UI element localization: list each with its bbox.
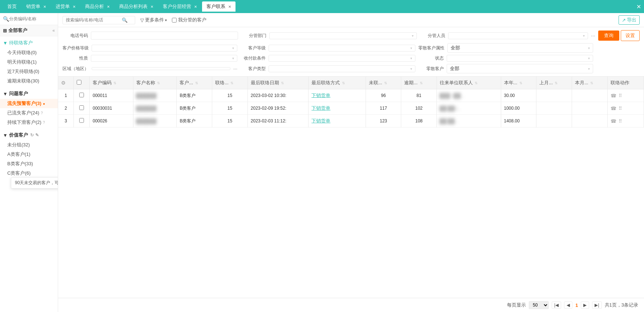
nav-tab-purchase[interactable]: 进货单 ✕ — [51, 1, 80, 12]
td-action[interactable]: ☎ ⠿ — [607, 102, 644, 115]
nav-tab-product-analysis[interactable]: 商品分析 ✕ — [81, 1, 114, 12]
sidebar-item-declining[interactable]: 持续下滑客户(2) ? — [0, 118, 58, 127]
nav-tab-sales[interactable]: 销货单 ✕ — [22, 1, 51, 12]
sidebar-group-problem-label[interactable]: ▼ 问题客户 — [0, 89, 58, 99]
td-last-method[interactable]: 下销货单 — [309, 115, 366, 127]
th-no-contact[interactable]: 未联... ⇅ — [366, 77, 401, 89]
close-all-button[interactable]: ✕ — [636, 3, 641, 10]
th-last-month[interactable]: 上月... ⇅ — [536, 77, 572, 89]
next-page-btn[interactable]: ▶ — [581, 301, 589, 309]
query-btn[interactable]: 查询 — [598, 31, 619, 41]
sidebar-item-churned[interactable]: 已流失客户(24) ? — [0, 108, 58, 118]
th-grade[interactable]: 客户... ⇅ — [177, 77, 212, 89]
person-select[interactable]: ▾ — [448, 32, 588, 39]
sidebar-collapse-btn[interactable]: « — [52, 28, 55, 33]
nature-select[interactable]: ▾ — [91, 55, 237, 62]
chevron-down-icon-price: ▾ — [232, 46, 234, 50]
td-action[interactable]: ☎ ⠿ — [607, 89, 644, 102]
dept-select[interactable]: ▾ — [269, 32, 416, 39]
th-name[interactable]: 客户名称 ⇅ — [133, 77, 177, 89]
region-label: 区域（地区） — [63, 66, 89, 72]
select-all-checkbox[interactable] — [77, 80, 81, 85]
sidebar-item-churn-warning[interactable]: 流失预警客户(3) ● — [0, 99, 58, 108]
td-checkbox[interactable] — [74, 102, 90, 115]
payment-select[interactable]: ▾ — [269, 55, 415, 62]
person-dots[interactable]: ··· — [591, 33, 595, 39]
settings-icon[interactable]: ⚙ — [61, 80, 66, 86]
nav-home[interactable]: 首页 — [3, 1, 21, 12]
export-btn[interactable]: ↗ 导出 — [619, 15, 640, 25]
status-select[interactable]: ▾ — [447, 55, 593, 62]
more-conditions-btn[interactable]: ▽ 更多条件 ▾ — [138, 16, 169, 24]
th-last-method[interactable]: 最后联络方式 ⇅ — [309, 77, 366, 89]
th-this-month[interactable]: 本月... ⇅ — [572, 77, 607, 89]
sidebar-item-ungrouped[interactable]: 未分组(32) — [0, 140, 58, 150]
my-customers-checkbox[interactable] — [172, 18, 177, 23]
sidebar-item-class-a[interactable]: A类客户(1) — [0, 150, 58, 159]
th-this-year[interactable]: 本年... ⇅ — [501, 77, 536, 89]
region-dots[interactable]: ··· — [233, 66, 238, 72]
sidebar-item-tomorrow[interactable]: 明天待联络(1) — [0, 57, 58, 67]
sort-icon-no-contact: ⇅ — [384, 81, 387, 85]
th-contact-count[interactable]: 联络... ⇅ — [212, 77, 248, 89]
td-this-year: 1408.00 — [501, 115, 536, 127]
sidebar-item-class-c[interactable]: C类客户(6) — [0, 169, 58, 178]
filter-field-status: 状态 ▾ — [418, 55, 593, 62]
per-page-select[interactable]: 50 100 — [529, 301, 549, 309]
content-area: 🔍 ▽ 更多条件 ▾ 我分管的客户 ↗ 导出 — [58, 13, 644, 312]
td-contact-person: ██ ██... — [437, 115, 501, 127]
setting-btn[interactable]: 设置 — [621, 30, 640, 41]
nav-tab-product-list-close[interactable]: ✕ — [150, 5, 153, 9]
nav-tab-product-list[interactable]: 商品分析列表 ✕ — [115, 1, 158, 12]
retail-attr-select[interactable]: 全部 ▾ — [447, 43, 593, 53]
sidebar-search-input[interactable] — [9, 16, 58, 21]
action-phone-icon[interactable]: ☎ — [611, 93, 616, 98]
sidebar-item-7days[interactable]: 近7天待联络(0) — [0, 67, 58, 76]
retail-customer-select[interactable]: 全部 ▾ — [447, 64, 593, 73]
action-more-icon[interactable]: ⠿ — [619, 118, 622, 124]
action-more-icon[interactable]: ⠿ — [619, 93, 622, 98]
sidebar-item-today[interactable]: 今天待联络(0) — [0, 48, 58, 57]
td-action[interactable]: ☎ ⠿ — [607, 115, 644, 127]
sidebar-item-overdue-contact[interactable]: 逾期未联络(30) — [0, 76, 58, 86]
filter-action-1: 查询 设置 — [598, 30, 640, 41]
th-contact-person[interactable]: 往来单位联系人 ⇅ — [437, 77, 501, 89]
td-last-method[interactable]: 下销货单 — [309, 89, 366, 102]
th-code[interactable]: 客户编码 ⇅ — [90, 77, 133, 89]
first-page-btn[interactable]: |◀ — [552, 301, 561, 309]
region-select[interactable] — [92, 67, 230, 70]
prev-page-btn[interactable]: ◀ — [564, 301, 572, 309]
edit-icon-value[interactable]: ✎ — [35, 133, 39, 138]
td-checkbox[interactable] — [74, 89, 90, 102]
refresh-icon-value[interactable]: ↻ — [30, 133, 34, 138]
phone-input[interactable] — [91, 32, 238, 40]
nav-tab-customer-contact[interactable]: 客户联系 ✕ — [202, 1, 236, 12]
action-more-icon[interactable]: ⠿ — [619, 106, 622, 111]
nav-tab-purchase-close[interactable]: ✕ — [73, 5, 76, 9]
last-page-btn[interactable]: ▶| — [592, 301, 601, 309]
nav-tab-customer-contact-close[interactable]: ✕ — [228, 5, 231, 9]
chevron-down-icon-type: ▾ — [410, 67, 412, 71]
my-customers-filter[interactable]: 我分管的客户 — [172, 17, 206, 23]
td-last-method[interactable]: 下销货单 — [309, 102, 366, 115]
price-grade-select[interactable]: ▾ — [92, 45, 237, 52]
action-phone-icon[interactable]: ☎ — [611, 118, 616, 124]
search-box[interactable]: 🔍 — [63, 16, 135, 24]
th-last-date[interactable]: 最后联络日期 ⇅ — [247, 77, 308, 89]
search-input[interactable] — [66, 17, 120, 23]
sidebar-item-class-b[interactable]: B类客户(33) — [0, 159, 58, 169]
nav-tab-product-analysis-close[interactable]: ✕ — [107, 5, 110, 9]
td-checkbox[interactable] — [74, 115, 90, 127]
customer-grade-select[interactable]: ▾ — [269, 45, 415, 52]
sidebar-group-pending-label[interactable]: ▼ 待联络客户 — [0, 38, 58, 48]
sidebar: 🔍 ⊞ 全部客户 « ▼ 待联络客户 今天待联络(0) 明天待联络(1) 近7天… — [0, 13, 58, 312]
nav-tab-customer-tier-close[interactable]: ✕ — [194, 5, 197, 9]
th-overdue[interactable]: 逾期... ⇅ — [401, 77, 437, 89]
customer-type-select[interactable]: ▾ — [269, 65, 415, 72]
action-phone-icon[interactable]: ☎ — [611, 106, 616, 111]
filter-field-customer-type: 客户类型 ▾ — [240, 65, 415, 72]
table-area: ⚙ 客户编码 ⇅ 客户名称 ⇅ — [58, 77, 644, 298]
nav-tab-sales-close[interactable]: ✕ — [43, 5, 46, 9]
nav-tab-customer-tier[interactable]: 客户分层经营 ✕ — [158, 1, 201, 12]
sidebar-group-value-label[interactable]: ▼ 价值客户 ↻ ✎ — [0, 130, 58, 140]
